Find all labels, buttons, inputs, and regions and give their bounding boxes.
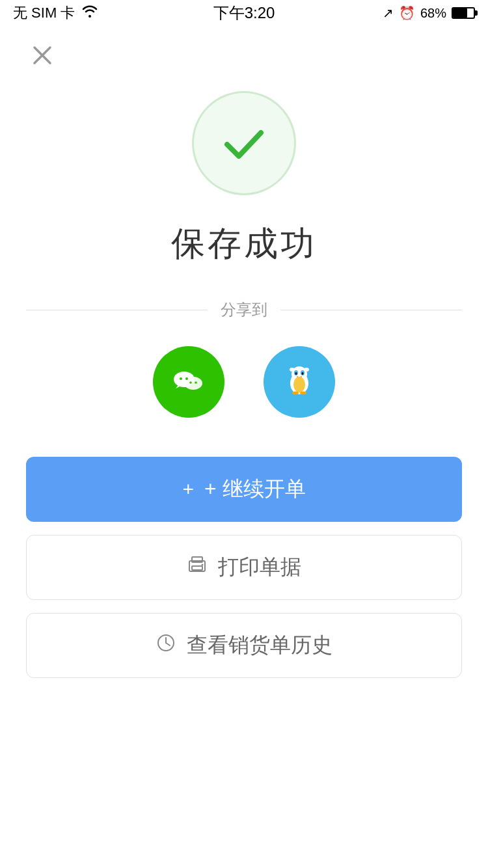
qq-icon [280, 362, 319, 401]
svg-point-13 [302, 372, 304, 375]
close-icon [31, 44, 53, 66]
continue-label: + 继续开单 [204, 475, 306, 504]
status-time: 下午3:20 [213, 3, 275, 23]
main-content: 保存成功 分享到 [0, 26, 488, 868]
plus-icon: + [182, 478, 194, 500]
status-right: ↗ ⏰ 68% [383, 5, 475, 21]
svg-point-12 [295, 372, 297, 375]
print-button[interactable]: 打印单据 [26, 535, 462, 600]
print-label: 打印单据 [218, 553, 301, 582]
divider-left [26, 310, 208, 310]
battery-percent: 68% [420, 6, 446, 21]
svg-point-18 [304, 368, 309, 372]
success-title: 保存成功 [171, 221, 317, 267]
svg-point-7 [195, 381, 197, 384]
wifi-icon [81, 5, 98, 21]
status-bar: 无 SIM 卡 下午3:20 ↗ ⏰ 68% [0, 0, 488, 26]
divider-right [280, 310, 462, 310]
share-divider: 分享到 [26, 299, 462, 320]
svg-point-5 [185, 377, 188, 380]
checkmark-icon [218, 117, 270, 169]
svg-point-14 [293, 377, 305, 392]
action-buttons: + + 继续开单 打印单据 查看销货单历史 [26, 457, 462, 678]
share-label: 分享到 [221, 299, 267, 320]
battery-icon [452, 7, 475, 19]
svg-point-6 [189, 381, 192, 384]
wechat-icon [169, 362, 208, 401]
alarm-icon: ⏰ [399, 5, 415, 21]
history-button[interactable]: 查看销货单历史 [26, 613, 462, 678]
svg-point-16 [300, 392, 306, 395]
wechat-share-button[interactable] [153, 346, 224, 418]
success-icon-circle [192, 91, 296, 195]
svg-point-15 [292, 392, 299, 395]
close-button[interactable] [26, 39, 59, 72]
qq-share-button[interactable] [264, 346, 335, 418]
svg-point-4 [180, 377, 182, 380]
history-label: 查看销货单历史 [187, 631, 332, 660]
share-icons [153, 346, 335, 418]
clock-icon [156, 632, 176, 658]
svg-point-17 [290, 368, 295, 372]
status-left: 无 SIM 卡 [13, 3, 98, 23]
svg-rect-21 [192, 566, 202, 570]
sim-status: 无 SIM 卡 [13, 3, 75, 23]
continue-button[interactable]: + + 继续开单 [26, 457, 462, 522]
location-icon: ↗ [383, 5, 394, 21]
svg-point-22 [202, 564, 204, 566]
print-icon [187, 554, 208, 580]
